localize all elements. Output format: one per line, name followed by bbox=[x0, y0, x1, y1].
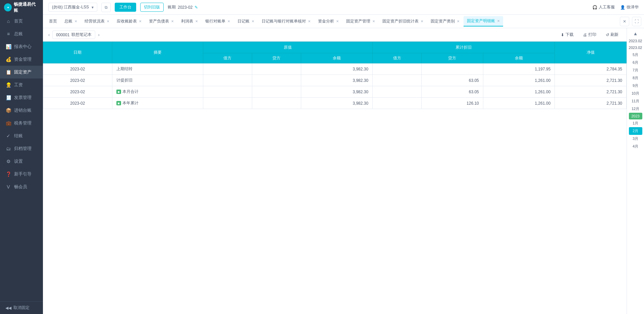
period-edit-icon[interactable]: ✎ bbox=[195, 5, 198, 10]
sidebar-item-settings[interactable]: ⚙设置 bbox=[0, 155, 43, 168]
switch-version-button[interactable]: 切到旧版 bbox=[140, 3, 164, 12]
cell-accum-credit: 126.10 bbox=[422, 98, 483, 109]
strip-year-badge[interactable]: 2023 bbox=[629, 113, 642, 119]
sidebar-item-member[interactable]: V畅会员 bbox=[0, 180, 43, 193]
breadcrumb-forward[interactable]: › bbox=[98, 32, 99, 37]
tab-ar[interactable]: 应收账龄表✕ bbox=[113, 16, 145, 26]
tab-ledger[interactable]: 总账✕ bbox=[61, 16, 80, 26]
tab-fixed-mgmt[interactable]: 固定资产管理✕ bbox=[343, 16, 378, 26]
strip-month[interactable]: 6月 bbox=[629, 59, 642, 66]
sidebar-item-invoice[interactable]: 🧾发票管理 bbox=[0, 91, 43, 104]
tab-close-profit[interactable]: ✕ bbox=[195, 19, 198, 23]
strip-up-arrow[interactable]: ▲ bbox=[633, 30, 638, 38]
tab-label-balance: 资产负债表 bbox=[149, 18, 169, 24]
user-avatar[interactable]: 👤 徐泽华 bbox=[620, 4, 639, 10]
table-row: 2023-02 ■本年累计 3,982.30 126.10 1,261.00 2… bbox=[43, 98, 627, 109]
cell-summary: 计提折旧 bbox=[112, 75, 203, 86]
refresh-button[interactable]: ↺ 刷新 bbox=[603, 31, 621, 39]
sidebar-item-home[interactable]: ⌂首页 bbox=[0, 15, 43, 28]
strip-month[interactable]: 5月 bbox=[629, 51, 642, 59]
download-button[interactable]: ⬇ 下载 bbox=[558, 31, 576, 39]
tab-close-biz-status[interactable]: ✕ bbox=[107, 19, 109, 23]
strip-month[interactable]: 8月 bbox=[629, 74, 642, 82]
sidebar-icon-home: ⌂ bbox=[5, 18, 11, 24]
col-summary: 摘要 bbox=[112, 42, 203, 63]
tab-fixed-depr[interactable]: 固定资产折旧统计表✕ bbox=[379, 16, 427, 26]
sidebar-label-report: 报表中心 bbox=[14, 44, 32, 50]
tab-close-journal-bank[interactable]: ✕ bbox=[308, 19, 311, 23]
service-label: 人工客服 bbox=[599, 4, 615, 10]
sidebar-item-guide[interactable]: ❓新手引导 bbox=[0, 168, 43, 180]
tab-fund-analysis[interactable]: 资金分析✕ bbox=[315, 16, 342, 26]
company-selector[interactable]: (勿动) 江西服金-LSS ▾ bbox=[48, 3, 97, 12]
strip-month[interactable]: 10月 bbox=[629, 90, 642, 97]
print-button[interactable]: 🖨 打印 bbox=[580, 31, 599, 39]
tab-close-fixed-detail[interactable]: ✕ bbox=[497, 19, 500, 23]
tab-close-balance[interactable]: ✕ bbox=[171, 19, 174, 23]
cell-accum-credit: 63.05 bbox=[422, 86, 483, 98]
tab-close-ar[interactable]: ✕ bbox=[139, 19, 142, 23]
close-all-tabs-button[interactable]: ✕ bbox=[620, 17, 629, 26]
strip-month[interactable]: 1月 bbox=[629, 119, 642, 127]
sidebar-label-fund: 资金管理 bbox=[14, 56, 32, 62]
cell-accum-balance: 1,261.00 bbox=[483, 86, 555, 98]
sidebar-footer[interactable]: ◀◀ 取消固定 bbox=[0, 301, 43, 314]
tab-close-fixed-type[interactable]: ✕ bbox=[457, 19, 460, 23]
cell-orig-balance: 3,982.30 bbox=[301, 63, 373, 75]
cell-date: 2023-02 bbox=[43, 75, 112, 86]
strip-month[interactable]: 12月 bbox=[629, 105, 642, 113]
maximize-button[interactable]: ⛶ bbox=[632, 17, 641, 26]
strip-month[interactable]: 4月 bbox=[629, 143, 642, 150]
strip-month[interactable]: 9月 bbox=[629, 82, 642, 90]
col-original-value: 原值 bbox=[203, 42, 372, 53]
strip-month[interactable]: 11月 bbox=[629, 97, 642, 105]
tab-label-bank: 银行对账单 bbox=[205, 18, 225, 24]
breadcrumb-back[interactable]: ‹ bbox=[48, 32, 50, 37]
workbench-button[interactable]: 工作台 bbox=[115, 3, 136, 12]
tab-close-fixed-depr[interactable]: ✕ bbox=[421, 19, 423, 23]
tab-profit[interactable]: 利润表✕ bbox=[178, 16, 201, 26]
cell-summary: ■本年累计 bbox=[112, 98, 203, 109]
tab-fixed-detail[interactable]: 固定资产明细账✕ bbox=[464, 16, 503, 27]
tab-balance[interactable]: 资产负债表✕ bbox=[146, 16, 177, 26]
strip-month[interactable]: 3月 bbox=[629, 135, 642, 143]
sidebar-item-tax[interactable]: 💼税务管理 bbox=[0, 117, 43, 129]
col-orig-balance: 余额 bbox=[301, 53, 373, 63]
sidebar-item-ledger[interactable]: ≡总账 bbox=[0, 28, 43, 40]
download-label: 下载 bbox=[566, 32, 574, 38]
tab-close-fund-analysis[interactable]: ✕ bbox=[336, 19, 339, 23]
sidebar-item-report[interactable]: 📊报表中心 bbox=[0, 40, 43, 53]
tab-bank[interactable]: 银行对账单✕ bbox=[202, 16, 233, 26]
tab-close-journal[interactable]: ✕ bbox=[252, 19, 254, 23]
sidebar-item-fund[interactable]: 💰资金管理 bbox=[0, 53, 43, 66]
strip-month[interactable]: 2月 bbox=[629, 127, 642, 135]
tab-label-ar: 应收账龄表 bbox=[117, 18, 137, 24]
tab-home[interactable]: 首页 bbox=[46, 16, 60, 26]
tab-close-fixed-mgmt[interactable]: ✕ bbox=[372, 19, 375, 23]
sidebar-item-sales[interactable]: 📦进销台账 bbox=[0, 104, 43, 117]
tab-journal[interactable]: 日记账✕ bbox=[234, 16, 258, 26]
tab-fixed-type[interactable]: 固定资产类别✕ bbox=[427, 16, 463, 26]
cell-accum-balance: 1,197.95 bbox=[483, 63, 555, 75]
sidebar-item-payroll[interactable]: 👷工资 bbox=[0, 78, 43, 91]
tab-close-ledger[interactable]: ✕ bbox=[74, 19, 77, 23]
copy-button[interactable]: ⧉ bbox=[101, 3, 111, 12]
tab-biz-status[interactable]: 经营状况表✕ bbox=[81, 16, 113, 26]
refresh-icon: ↺ bbox=[606, 33, 609, 37]
cell-accum-credit bbox=[422, 63, 483, 75]
sidebar-item-archive[interactable]: 🗂归档管理 bbox=[0, 142, 43, 155]
tab-bar-end: ✕ ⛶ bbox=[620, 17, 641, 26]
strip-month[interactable]: 7月 bbox=[629, 66, 642, 74]
sidebar-icon-tax: 💼 bbox=[5, 120, 11, 126]
sidebar-icon-sales: 📦 bbox=[5, 108, 11, 113]
tab-journal-bank[interactable]: 日记账与银行对账单核对✕ bbox=[258, 16, 314, 26]
breadcrumb-item: 000001 联想笔记本 bbox=[52, 31, 95, 39]
sidebar-icon-settings: ⚙ bbox=[5, 159, 11, 164]
sidebar-item-fixed-assets[interactable]: 📋固定资产 bbox=[0, 66, 43, 78]
user-service[interactable]: 🎧 人工客服 bbox=[592, 4, 615, 10]
sidebar-icon-guide: ❓ bbox=[5, 171, 11, 177]
cell-orig-balance: 3,982.30 bbox=[301, 75, 373, 86]
tab-close-bank[interactable]: ✕ bbox=[227, 19, 230, 23]
sidebar-item-close[interactable]: ✓结账 bbox=[0, 129, 43, 142]
strip-year-label-2: 2023.02 bbox=[629, 44, 642, 51]
